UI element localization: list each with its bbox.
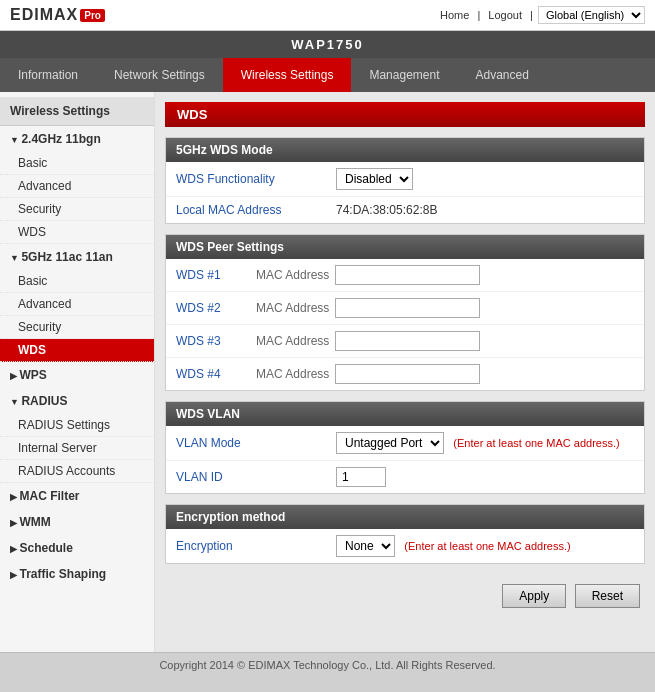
wds2-mac-label: MAC Address — [256, 301, 329, 315]
wds2-label[interactable]: WDS #2 — [176, 301, 256, 315]
nav-management[interactable]: Management — [351, 58, 457, 92]
wds-peer-2: WDS #2 MAC Address — [166, 292, 644, 325]
nav-network-settings[interactable]: Network Settings — [96, 58, 223, 92]
wds-peer-1: WDS #1 MAC Address — [166, 259, 644, 292]
local-mac-label[interactable]: Local MAC Address — [176, 203, 336, 217]
sidebar: Wireless Settings 2.4GHz 11bgn Basic Adv… — [0, 92, 155, 652]
sidebar-item-5ghz-advanced[interactable]: Advanced — [0, 293, 154, 316]
local-mac-row: Local MAC Address 74:DA:38:05:62:8B — [166, 197, 644, 223]
wds1-mac-label: MAC Address — [256, 268, 329, 282]
wds-peer-3: WDS #3 MAC Address — [166, 325, 644, 358]
vlan-mode-row: VLAN Mode Untagged Port Tagged Port (Ent… — [166, 426, 644, 461]
nav-advanced[interactable]: Advanced — [457, 58, 546, 92]
sidebar-section-radius[interactable]: RADIUS — [0, 388, 154, 414]
wds4-input[interactable] — [335, 364, 480, 384]
wds-mode-header: 5GHz WDS Mode — [166, 138, 644, 162]
wds3-label[interactable]: WDS #3 — [176, 334, 256, 348]
button-row: Apply Reset — [165, 574, 645, 618]
wds3-input[interactable] — [335, 331, 480, 351]
apply-button[interactable]: Apply — [502, 584, 566, 608]
page-title: WDS — [165, 102, 645, 127]
vlan-mode-label[interactable]: VLAN Mode — [176, 436, 336, 450]
wds-mode-section: 5GHz WDS Mode WDS Functionality Disabled… — [165, 137, 645, 224]
vlan-mode-value: Untagged Port Tagged Port (Enter at leas… — [336, 432, 634, 454]
sidebar-item-2ghz-basic[interactable]: Basic — [0, 152, 154, 175]
wds4-label[interactable]: WDS #4 — [176, 367, 256, 381]
device-model: WAP1750 — [291, 37, 364, 52]
wds-peer-section: WDS Peer Settings WDS #1 MAC Address WDS… — [165, 234, 645, 391]
wds3-mac-label: MAC Address — [256, 334, 329, 348]
sidebar-section-2ghz[interactable]: 2.4GHz 11bgn — [0, 126, 154, 152]
sidebar-header: Wireless Settings — [0, 97, 154, 126]
encryption-label[interactable]: Encryption — [176, 539, 336, 553]
sidebar-section-wmm[interactable]: WMM — [0, 509, 154, 535]
sidebar-item-5ghz-security[interactable]: Security — [0, 316, 154, 339]
sidebar-item-internal-server[interactable]: Internal Server — [0, 437, 154, 460]
wds1-input[interactable] — [335, 265, 480, 285]
sidebar-item-2ghz-wds[interactable]: WDS — [0, 221, 154, 244]
encryption-select[interactable]: None WEP AES — [336, 535, 395, 557]
sidebar-section-schedule[interactable]: Schedule — [0, 535, 154, 561]
nav-bar: Information Network Settings Wireless Se… — [0, 58, 655, 92]
language-select[interactable]: Global (English) — [538, 6, 645, 24]
encryption-hint: (Enter at least one MAC address.) — [404, 540, 570, 552]
home-link[interactable]: Home — [440, 9, 469, 21]
vlan-id-label: VLAN ID — [176, 470, 336, 484]
sidebar-item-radius-settings[interactable]: RADIUS Settings — [0, 414, 154, 437]
wds-functionality-select[interactable]: Disabled Enabled — [336, 168, 413, 190]
sidebar-item-2ghz-advanced[interactable]: Advanced — [0, 175, 154, 198]
encryption-section: Encryption method Encryption None WEP AE… — [165, 504, 645, 564]
wds-peer-header: WDS Peer Settings — [166, 235, 644, 259]
sidebar-item-radius-accounts[interactable]: RADIUS Accounts — [0, 460, 154, 483]
vlan-id-input[interactable] — [336, 467, 386, 487]
encryption-value: None WEP AES (Enter at least one MAC add… — [336, 535, 634, 557]
wds4-mac-label: MAC Address — [256, 367, 329, 381]
logout-link[interactable]: Logout — [488, 9, 522, 21]
sidebar-section-wps[interactable]: WPS — [0, 362, 154, 388]
wds-functionality-label[interactable]: WDS Functionality — [176, 172, 336, 186]
logo: EDIMAX Pro — [10, 6, 105, 24]
sidebar-section-5ghz[interactable]: 5GHz 11ac 11an — [0, 244, 154, 270]
reset-button[interactable]: Reset — [575, 584, 640, 608]
logo-pro: Pro — [80, 9, 105, 22]
nav-wireless-settings[interactable]: Wireless Settings — [223, 58, 352, 92]
sidebar-item-5ghz-wds[interactable]: WDS — [0, 339, 154, 362]
footer: Copyright 2014 © EDIMAX Technology Co., … — [0, 652, 655, 677]
vlan-mode-select[interactable]: Untagged Port Tagged Port — [336, 432, 444, 454]
footer-text: Copyright 2014 © EDIMAX Technology Co., … — [159, 659, 495, 671]
sidebar-section-traffic-shaping[interactable]: Traffic Shaping — [0, 561, 154, 587]
wds-vlan-header: WDS VLAN — [166, 402, 644, 426]
logo-text: EDIMAX — [10, 6, 78, 24]
local-mac-value: 74:DA:38:05:62:8B — [336, 203, 634, 217]
top-bar: EDIMAX Pro Home | Logout | Global (Engli… — [0, 0, 655, 31]
wds-vlan-section: WDS VLAN VLAN Mode Untagged Port Tagged … — [165, 401, 645, 494]
main-content: WDS 5GHz WDS Mode WDS Functionality Disa… — [155, 92, 655, 652]
vlan-id-row: VLAN ID — [166, 461, 644, 493]
wds-peer-4: WDS #4 MAC Address — [166, 358, 644, 390]
wds-functionality-row: WDS Functionality Disabled Enabled — [166, 162, 644, 197]
wds-functionality-value: Disabled Enabled — [336, 168, 634, 190]
vlan-hint: (Enter at least one MAC address.) — [453, 437, 619, 449]
wds1-label[interactable]: WDS #1 — [176, 268, 256, 282]
vlan-id-value — [336, 467, 634, 487]
content-wrapper: Wireless Settings 2.4GHz 11bgn Basic Adv… — [0, 92, 655, 652]
encryption-header: Encryption method — [166, 505, 644, 529]
sidebar-item-5ghz-basic[interactable]: Basic — [0, 270, 154, 293]
sidebar-item-2ghz-security[interactable]: Security — [0, 198, 154, 221]
top-links: Home | Logout | Global (English) — [437, 6, 645, 24]
sidebar-section-mac-filter[interactable]: MAC Filter — [0, 483, 154, 509]
nav-information[interactable]: Information — [0, 58, 96, 92]
device-bar: WAP1750 — [0, 31, 655, 58]
encryption-row: Encryption None WEP AES (Enter at least … — [166, 529, 644, 563]
wds2-input[interactable] — [335, 298, 480, 318]
